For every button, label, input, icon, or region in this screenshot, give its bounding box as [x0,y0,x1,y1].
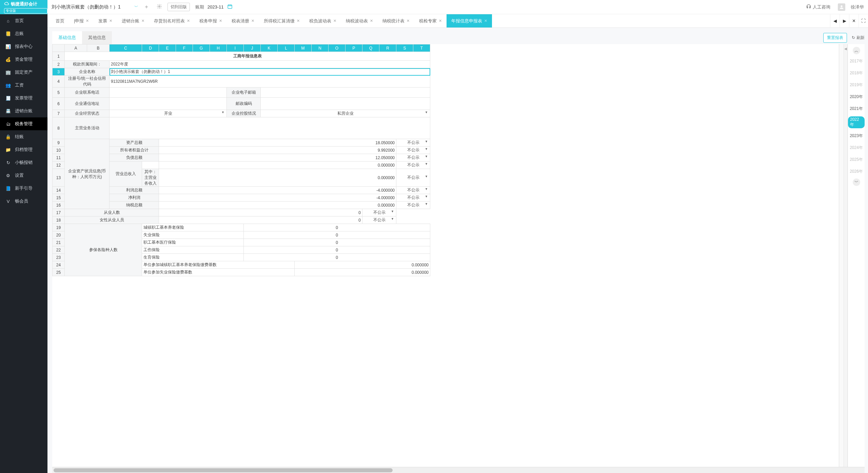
spreadsheet[interactable]: ABCDEFGHIJKLMNOPQRST 1工商年报信息表2税款所属期间：202… [52,44,839,467]
tab-10[interactable]: 纳税统计表✕ [378,14,414,27]
email-value[interactable] [261,88,430,98]
subtab-0[interactable]: 基础信息 [52,31,82,44]
consult-link[interactable]: 人工咨询 [806,4,830,10]
add-account-icon[interactable]: ＋ [142,3,151,11]
visibility-select-18[interactable]: 不公示 [362,216,396,224]
sidebar-item-14[interactable]: V畅会员 [0,195,47,208]
row-header-5[interactable]: 5 [53,88,65,98]
row-header-10[interactable]: 10 [53,147,65,154]
row-header-24[interactable]: 24 [53,261,65,269]
col-header-D[interactable]: D [142,44,159,52]
visibility-select-16[interactable]: 不公示 [396,202,430,209]
tab-7[interactable]: 所得税汇算清缴✕ [259,14,304,27]
year-item-2019年[interactable]: 2019年 [850,81,863,89]
tab-8[interactable]: 税负波动表✕ [304,14,341,27]
col-header-I[interactable]: I [227,44,244,52]
row-header-3[interactable]: 3 [53,68,65,76]
row-header-8[interactable]: 8 [53,117,65,139]
row-header-12[interactable]: 12 [53,162,65,169]
tab-close-icon[interactable]: ✕ [141,19,144,23]
row-header-7[interactable]: 7 [53,110,65,117]
tab-close-icon[interactable]: ✕ [109,19,112,23]
year-item-2018年[interactable]: 2018年 [850,69,863,77]
tab-close-icon[interactable]: ✕ [251,19,254,23]
col-header-Q[interactable]: Q [362,44,379,52]
col-header-H[interactable]: H [210,44,227,52]
row-header-1[interactable]: 1 [53,52,65,61]
tab-4[interactable]: 存货别名对照表✕ [149,14,195,27]
sidebar-item-6[interactable]: 🧾发票管理 [0,92,47,105]
tabs-prev-icon[interactable]: ◀ [830,14,840,28]
tab-5[interactable]: 税务申报✕ [195,14,227,27]
tax-period-value[interactable]: 2022年度 [110,61,430,68]
sidebar-item-9[interactable]: 🔒结账 [0,130,47,143]
ins-value-21[interactable]: 0 [244,239,430,246]
tab-close-icon[interactable]: ✕ [370,19,373,23]
tab-6[interactable]: 税表清册✕ [227,14,259,27]
address-value[interactable] [110,98,227,110]
subtab-1[interactable]: 其他信息 [82,31,112,44]
row-header-15[interactable]: 15 [53,194,65,202]
tab-3[interactable]: 进销台账✕ [117,14,149,27]
sidebar-item-12[interactable]: ⚙设置 [0,169,47,182]
col-header-G[interactable]: G [193,44,210,52]
row-header-25[interactable]: 25 [53,269,65,276]
tab-12[interactable]: 年报信息申报表✕ [447,14,492,27]
col-header-S[interactable]: S [396,44,413,52]
col-header-P[interactable]: P [346,44,362,52]
asset-value-12[interactable]: 0.000000 [159,162,396,169]
sidebar-item-13[interactable]: 📘新手引导 [0,182,47,195]
row-header-17[interactable]: 17 [53,209,65,216]
calendar-icon[interactable] [227,4,233,10]
asset-value-16[interactable]: 0.000000 [159,202,396,209]
year-item-2026年[interactable]: 2026年 [850,167,863,176]
row-header-2[interactable]: 2 [53,61,65,68]
phone-value[interactable] [110,88,227,98]
visibility-select-9[interactable]: 不公示 [396,139,430,147]
row-header-6[interactable]: 6 [53,98,65,110]
sidebar-item-3[interactable]: 💰资金管理 [0,53,47,66]
select-all-corner[interactable] [53,44,65,52]
vertical-scrollbar[interactable] [839,44,844,467]
tab-close-icon[interactable]: ✕ [333,19,336,23]
asset-value-13[interactable]: 0.000000 [159,169,396,187]
sidebar-item-0[interactable]: ⌂首页 [0,14,47,27]
tab-close-icon[interactable]: ✕ [86,19,89,23]
emp-value-18[interactable]: 0 [159,216,362,224]
horizontal-scrollbar[interactable] [52,467,865,473]
ins-value-23[interactable]: 0 [244,254,430,261]
year-item-2020年[interactable]: 2020年 [850,93,863,101]
row-header-19[interactable]: 19 [53,224,65,231]
tab-close-icon[interactable]: ✕ [407,19,410,23]
visibility-select-11[interactable]: 不公示 [396,154,430,162]
asset-value-14[interactable]: -4.000000 [159,187,396,194]
tab-0[interactable]: 首页 [51,14,69,27]
ins-value-19[interactable]: 0 [244,224,430,231]
ins-value-20[interactable]: 0 [244,231,430,239]
sidebar-item-7[interactable]: 📇进销台账 [0,105,47,117]
visibility-select-13[interactable]: 不公示 [396,169,430,187]
base-value-24[interactable]: 0.000000 [295,261,430,269]
settings-gear-icon[interactable] [155,4,164,10]
col-header-N[interactable]: N [312,44,329,52]
col-header-O[interactable]: O [329,44,346,52]
col-header-L[interactable]: L [278,44,295,52]
year-item-2024年[interactable]: 2024年 [850,144,863,152]
col-header-M[interactable]: M [295,44,312,52]
row-header-16[interactable]: 16 [53,202,65,209]
tab-close-icon[interactable]: ✕ [219,19,222,23]
reg-code-value[interactable]: 91320811MA7NGR2W6R [110,76,430,88]
asset-value-11[interactable]: 12.050000 [159,154,396,162]
year-item-2025年[interactable]: 2025年 [850,155,863,164]
year-up-icon[interactable]: ︽ [853,47,860,54]
visibility-select-10[interactable]: 不公示 [396,147,430,154]
company-name-value[interactable]: 刘小艳演示账套（勿删勿动！）1 [110,68,430,76]
row-header-4[interactable]: 4 [53,76,65,88]
col-header-A[interactable]: A [65,44,87,52]
visibility-select-15[interactable]: 不公示 [396,194,430,202]
visibility-select-14[interactable]: 不公示 [396,187,430,194]
fullscreen-icon[interactable]: ⛶ [859,14,868,28]
tab-11[interactable]: 税检专家✕ [414,14,447,27]
ins-value-22[interactable]: 0 [244,246,430,254]
zip-value[interactable] [261,98,430,110]
